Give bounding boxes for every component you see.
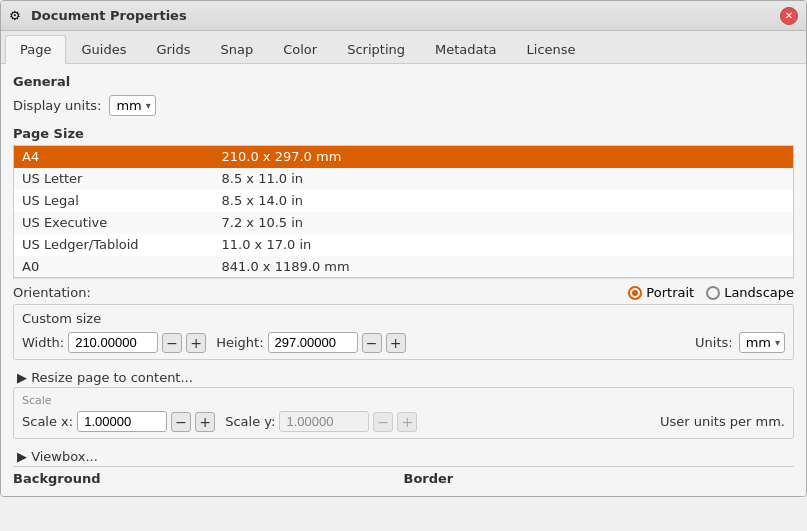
landscape-radio-circle	[706, 286, 720, 300]
page-dims-a0: 841.0 x 1189.0 mm	[214, 256, 794, 278]
portrait-radio-circle	[628, 286, 642, 300]
tab-snap[interactable]: Snap	[206, 35, 269, 63]
viewbox-label[interactable]: ▶ Viewbox...	[17, 449, 98, 464]
page-name-us-ledger: US Ledger/Tabloid	[14, 234, 214, 256]
landscape-label: Landscape	[724, 285, 794, 300]
resize-row: ▶ Resize page to content...	[13, 366, 794, 387]
height-minus-button[interactable]: −	[362, 333, 382, 353]
page-dims-us-executive: 7.2 x 10.5 in	[214, 212, 794, 234]
scale-title: Scale	[22, 394, 785, 407]
portrait-radio[interactable]: Portrait	[628, 285, 694, 300]
scale-y-input	[279, 411, 369, 432]
scale-y-plus-button: +	[397, 412, 417, 432]
dropdown-arrow-icon: ▾	[146, 100, 151, 111]
units-dropdown[interactable]: mm ▾	[739, 332, 785, 353]
width-minus-button[interactable]: −	[162, 333, 182, 353]
scale-y-minus-button: −	[373, 412, 393, 432]
tab-bar: Page Guides Grids Snap Color Scripting M…	[1, 31, 806, 64]
general-row: Display units: mm ▾	[13, 95, 794, 116]
background-label: Background	[13, 471, 404, 486]
height-group: Height: − +	[216, 332, 405, 353]
height-label: Height:	[216, 335, 263, 350]
page-dims-a4: 210.0 x 297.0 mm	[214, 146, 794, 168]
tab-page[interactable]: Page	[5, 35, 66, 64]
general-section-label: General	[13, 74, 794, 89]
tab-scripting[interactable]: Scripting	[332, 35, 420, 63]
border-label: Border	[404, 471, 795, 486]
page-size-table: A4 210.0 x 297.0 mm US Letter 8.5 x 11.0…	[13, 145, 794, 278]
width-plus-button[interactable]: +	[186, 333, 206, 353]
tab-license[interactable]: License	[512, 35, 591, 63]
title-bar: ⚙ Document Properties ✕	[1, 1, 806, 31]
user-units-label: User units per mm.	[660, 414, 785, 429]
bottom-labels: Background Border	[13, 466, 794, 486]
viewbox-row: ▶ Viewbox...	[13, 445, 794, 466]
page-size-row-a4[interactable]: A4 210.0 x 297.0 mm	[14, 146, 794, 168]
scale-x-input[interactable]	[77, 411, 167, 432]
resize-label[interactable]: ▶ Resize page to content...	[17, 370, 193, 385]
scale-x-group: Scale x: − +	[22, 411, 215, 432]
scale-x-plus-button[interactable]: +	[195, 412, 215, 432]
scale-inputs-row: Scale x: − + Scale y: − + User units per…	[22, 411, 785, 432]
tab-color[interactable]: Color	[268, 35, 332, 63]
radio-group: Portrait Landscape	[628, 285, 794, 300]
page-name-us-letter: US Letter	[14, 168, 214, 190]
custom-size-title: Custom size	[22, 311, 785, 326]
display-units-dropdown[interactable]: mm ▾	[109, 95, 155, 116]
page-content: General Display units: mm ▾ Page Size A4…	[1, 64, 806, 496]
page-size-section: Page Size A4 210.0 x 297.0 mm US Letter …	[13, 126, 794, 278]
page-size-label: Page Size	[13, 126, 794, 141]
page-size-row-us-letter[interactable]: US Letter 8.5 x 11.0 in	[14, 168, 794, 190]
units-label: Units:	[695, 335, 733, 350]
page-dims-us-ledger: 11.0 x 17.0 in	[214, 234, 794, 256]
units-group: Units: mm ▾	[695, 332, 785, 353]
page-size-row-us-executive[interactable]: US Executive 7.2 x 10.5 in	[14, 212, 794, 234]
display-units-value: mm	[116, 98, 141, 113]
page-name-a0: A0	[14, 256, 214, 278]
tab-metadata[interactable]: Metadata	[420, 35, 512, 63]
tab-grids[interactable]: Grids	[141, 35, 205, 63]
orientation-row: Orientation: Portrait Landscape	[13, 278, 794, 304]
units-value: mm	[746, 335, 771, 350]
custom-size-section: Custom size Width: − + Height: − + Units…	[13, 304, 794, 360]
page-name-us-legal: US Legal	[14, 190, 214, 212]
portrait-label: Portrait	[646, 285, 694, 300]
scale-y-group: Scale y: − +	[225, 411, 417, 432]
page-size-row-us-legal[interactable]: US Legal 8.5 x 14.0 in	[14, 190, 794, 212]
width-input[interactable]	[68, 332, 158, 353]
tab-guides[interactable]: Guides	[66, 35, 141, 63]
page-size-row-a0[interactable]: A0 841.0 x 1189.0 mm	[14, 256, 794, 278]
height-input[interactable]	[268, 332, 358, 353]
scale-x-label: Scale x:	[22, 414, 73, 429]
close-button[interactable]: ✕	[780, 7, 798, 25]
page-dims-us-legal: 8.5 x 14.0 in	[214, 190, 794, 212]
scale-section: Scale Scale x: − + Scale y: − + User uni…	[13, 387, 794, 439]
scale-y-label: Scale y:	[225, 414, 275, 429]
units-arrow-icon: ▾	[775, 337, 780, 348]
display-units-label: Display units:	[13, 98, 101, 113]
document-properties-window: ⚙ Document Properties ✕ Page Guides Grid…	[0, 0, 807, 497]
window-title: Document Properties	[31, 8, 774, 23]
page-name-us-executive: US Executive	[14, 212, 214, 234]
landscape-radio[interactable]: Landscape	[706, 285, 794, 300]
page-dims-us-letter: 8.5 x 11.0 in	[214, 168, 794, 190]
width-label: Width:	[22, 335, 64, 350]
size-inputs-row: Width: − + Height: − + Units: mm ▾	[22, 332, 785, 353]
orientation-label: Orientation:	[13, 285, 620, 300]
height-plus-button[interactable]: +	[386, 333, 406, 353]
width-group: Width: − +	[22, 332, 206, 353]
scale-x-minus-button[interactable]: −	[171, 412, 191, 432]
page-name-a4: A4	[14, 146, 214, 168]
page-size-row-us-ledger[interactable]: US Ledger/Tabloid 11.0 x 17.0 in	[14, 234, 794, 256]
settings-icon: ⚙	[9, 8, 25, 24]
